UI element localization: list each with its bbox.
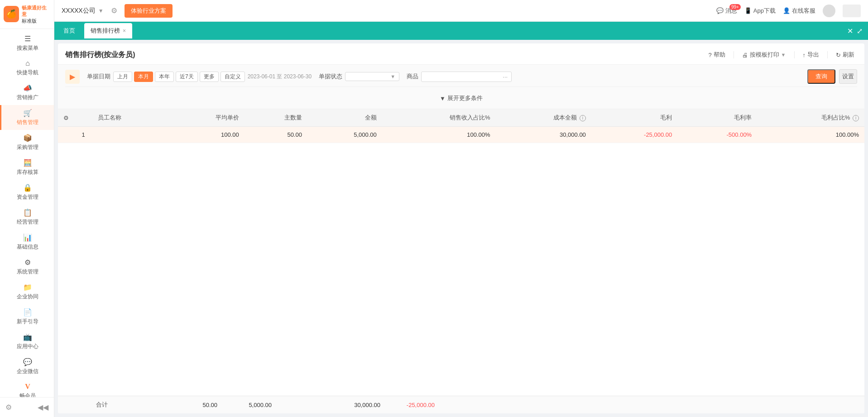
online-service-btn[interactable]: 👤 在线客服 [783, 7, 815, 15]
td-employee [92, 127, 168, 143]
status-label: 单据状态 [319, 72, 342, 81]
sidebar-item-label: 经营管理 [17, 218, 38, 226]
footer-cells: 50.00 5,000.00 30,000.00 -25,000.00 [132, 402, 859, 408]
purchase-icon: 📦 [23, 134, 32, 142]
query-btn[interactable]: 查询 [807, 69, 835, 84]
sidebar-item-quick-nav[interactable]: ⌂ 快捷导航 [0, 56, 54, 80]
divider2 [794, 51, 795, 58]
date-btn-this-year[interactable]: 本年 [155, 72, 174, 82]
tab-close-icon[interactable]: × [123, 28, 126, 34]
sidebar-item-basic-info[interactable]: 📊 基础信息 [0, 230, 54, 254]
th-gross-rate: 毛利率 [677, 109, 757, 127]
sidebar: 🍊 畅康通好生意 标准版 ☰ 搜索菜单 ⌂ 快捷导航 📣 营销推广 🛒 销售管理… [0, 0, 54, 417]
settings-btn[interactable]: 设置 [839, 69, 857, 84]
logo-text: 畅康通好生意 标准版 [22, 5, 50, 24]
sidebar-item-sales[interactable]: 🛒 销售管理 [0, 105, 54, 130]
date-btn-last-month[interactable]: 上月 [113, 72, 132, 82]
sidebar-item-label: 营销推广 [17, 94, 38, 101]
company-settings-icon[interactable]: ⚙ [109, 5, 119, 17]
refresh-btn[interactable]: ↻ 刷新 [833, 49, 857, 61]
column-settings-icon[interactable]: ⚙ [63, 115, 69, 121]
trial-btn[interactable]: 体验行业方案 [125, 4, 173, 18]
company-name: XXXXX公司 [62, 7, 96, 15]
operations-icon: 📋 [23, 208, 32, 217]
message-btn[interactable]: 💬 消息 99+ [716, 7, 737, 15]
sidebar-item-label: 系统管理 [17, 268, 38, 276]
status-select[interactable]: ▼ [345, 72, 399, 81]
action-buttons: 查询 设置 [807, 69, 857, 84]
system-icon: ⚙ [24, 258, 31, 267]
sidebar-item-marketing[interactable]: 📣 营销推广 [0, 80, 54, 105]
td-avg-price: 100.00 [168, 127, 245, 143]
user-name-btn[interactable] [843, 5, 861, 17]
date-btn-this-month[interactable]: 本月 [134, 72, 153, 82]
td-gross-pct: 100.00% [757, 127, 864, 143]
expand-conditions-btn[interactable]: ▼ 展开更多条件 [436, 92, 486, 104]
export-btn[interactable]: ↑ 导出 [800, 49, 822, 61]
sidebar-item-inventory[interactable]: 🧮 库存核算 [0, 155, 54, 180]
inventory-icon: 🧮 [23, 158, 32, 167]
date-btn-more[interactable]: 更多 [200, 72, 219, 82]
date-btn-custom[interactable]: 自定义 [221, 72, 245, 82]
gross-pct-info-icon[interactable]: i [853, 115, 859, 121]
tab-actions: ✕ ⤢ [847, 27, 866, 35]
sidebar-item-operations[interactable]: 📋 经营管理 [0, 205, 54, 230]
sidebar-item-label: 企业微信 [17, 368, 38, 375]
message-icon: 💬 [716, 7, 724, 14]
service-icon: 👤 [783, 7, 790, 14]
settings-bottom-icon[interactable]: ⚙ [4, 401, 14, 413]
sidebar-item-app-center[interactable]: 📺 应用中心 [0, 329, 54, 354]
sidebar-item-label: 基础信息 [17, 243, 38, 251]
cost-info-icon[interactable]: i [580, 115, 586, 121]
user-avatar[interactable] [823, 5, 835, 17]
sidebar-item-system[interactable]: ⚙ 系统管理 [0, 254, 54, 279]
td-gross: -25,000.00 [591, 127, 677, 143]
sidebar-item-purchase[interactable]: 📦 采购管理 [0, 130, 54, 155]
tab-home[interactable]: 首页 [56, 23, 82, 38]
td-gross-rate: -500.00% [677, 127, 757, 143]
sidebar-nav: ☰ 搜索菜单 ⌂ 快捷导航 📣 营销推广 🛒 销售管理 📦 采购管理 🧮 库存核… [0, 29, 54, 397]
sidebar-item-member[interactable]: V 畅会员 [0, 379, 54, 397]
guide-icon: 📄 [23, 308, 32, 316]
print-btn[interactable]: 🖨 按模板打印 ▼ [739, 49, 789, 61]
divider3 [827, 51, 828, 58]
status-dropdown-icon: ▼ [390, 74, 395, 79]
home-icon: ⌂ [25, 59, 30, 67]
sidebar-item-label: 资金管理 [17, 193, 38, 201]
date-filter: 单据日期 上月 本月 本年 近7天 更多 自定义 2023-06-01 至 20… [87, 72, 312, 82]
goods-input[interactable]: ··· [421, 72, 512, 82]
tab-expand-icon[interactable]: ⤢ [857, 27, 863, 35]
th-sales-pct: 销售收入占比% [382, 109, 496, 127]
help-icon: ? [708, 52, 711, 58]
member-icon: V [25, 383, 30, 391]
sidebar-item-collab[interactable]: 📁 企业协同 [0, 279, 54, 304]
th-employee: 员工名称 [92, 109, 168, 127]
ranking-table: ⚙ 员工名称 平均单价 主数量 全额 销售收入占比% 成本全额 i [58, 109, 864, 143]
message-badge: 99+ [729, 4, 741, 10]
sidebar-item-search[interactable]: ☰ 搜索菜单 [0, 31, 54, 56]
sidebar-item-wechat[interactable]: 💬 企业微信 [0, 354, 54, 379]
tab-close-window-icon[interactable]: ✕ [847, 27, 853, 35]
company-selector[interactable]: XXXXX公司 ▼ [62, 7, 104, 15]
date-label: 单据日期 [87, 72, 110, 81]
collapse-sidebar-icon[interactable]: ◀◀ [36, 401, 50, 413]
footer-label: 合计 [96, 401, 132, 409]
td-quantity: 50.00 [245, 127, 307, 143]
filter-row: ▶ 单据日期 上月 本月 本年 近7天 更多 自定义 2023-06-01 至 … [65, 69, 857, 84]
help-btn[interactable]: ? 帮助 [705, 49, 728, 61]
table-header-row: ⚙ 员工名称 平均单价 主数量 全额 销售收入占比% 成本全额 i [58, 109, 864, 127]
footer-cost: 30,000.00 [331, 402, 386, 408]
sidebar-item-label: 采购管理 [17, 144, 38, 151]
td-rank: 1 [74, 127, 92, 143]
sidebar-item-guide[interactable]: 📄 新手引导 [0, 304, 54, 329]
goods-more-icon[interactable]: ··· [503, 73, 508, 80]
th-amount: 全额 [307, 109, 382, 127]
expand-filter-icon[interactable]: ▶ [70, 72, 75, 81]
date-btn-7days[interactable]: 近7天 [176, 72, 198, 82]
print-icon: 🖨 [742, 52, 748, 58]
footer-gross: -25,000.00 [386, 402, 440, 408]
sidebar-item-finance[interactable]: 🔒 资金管理 [0, 180, 54, 205]
page-title: 销售排行榜(按业务员) [65, 50, 705, 60]
tab-sales-ranking[interactable]: 销售排行榜 × [84, 23, 132, 38]
app-download-btn[interactable]: 📱 App下载 [744, 7, 776, 15]
